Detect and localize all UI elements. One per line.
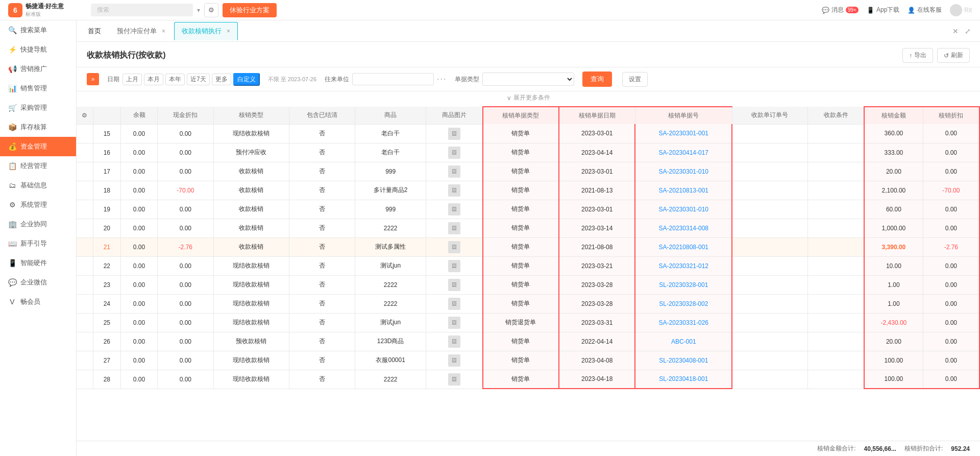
filter-bar: » 日期 上月 本月 本年 近7天 更多 白定义 不限 至 2023-07-26 [77,67,980,91]
filter-expand-btn[interactable]: » [87,73,99,85]
sidebar-item-wechat[interactable]: 💬 企业微信 [0,273,76,292]
date-btn-this-year[interactable]: 本年 [165,74,185,85]
date-btn-this-month[interactable]: 本月 [144,74,163,85]
td-product-image: 🖼 [426,313,483,332]
sidebar-item-member[interactable]: V 畅会员 [0,292,76,311]
export-btn[interactable]: ↑ 导出 [902,48,933,63]
sidebar-item-smarthw[interactable]: 📱 智能硬件 [0,253,76,273]
gear-settings-btn[interactable]: ⚙ [204,3,218,17]
tab-collection-writeoff[interactable]: 收款核销执行 × [174,22,238,40]
table-row: 250.000.00现结收款核销否测试jun🖼销货退货单2023-03-31SA… [77,313,979,332]
td-balance: 0.00 [121,275,158,294]
date-range-text: 不限 至 2023-07-26 [268,76,316,83]
close-window-btn[interactable]: ✕ [951,27,960,35]
bill-no-link[interactable]: SL-20230328-002 [659,300,708,307]
td-writeoff-amount: 333.00 [864,143,923,162]
bill-no-link[interactable]: SA-20230331-026 [659,319,708,326]
bill-no-link[interactable]: SA-20210808-001 [659,244,708,251]
td-payment-terms [808,275,865,294]
td-product: 2222 [355,275,426,294]
bill-no-link[interactable]: SA-20230321-012 [659,262,708,270]
logo-area: 6 畅捷通·好生意 标准版 [8,2,85,18]
bill-no-link[interactable]: SA-20230301-010 [659,206,708,213]
sidebar-item-sales[interactable]: 📊 销售管理 [0,79,76,98]
filter-settings-btn[interactable]: 设置 [622,72,648,87]
date-custom-btn[interactable]: 白定义 [233,73,260,86]
refresh-btn[interactable]: ↺ 刷新 [937,48,970,63]
td-writeoff-type: 现结收款核销 [213,275,289,294]
td-rownum: 22 [93,256,121,275]
td-settings [77,181,93,200]
online-service-btn[interactable]: 👤 在线客服 [908,6,942,14]
sidebar-item-operations[interactable]: 📋 经营管理 [0,156,76,176]
bill-type-select[interactable] [482,73,574,86]
td-bill-no: SA-20230301-010 [635,162,732,181]
date-btn-last-month[interactable]: 上月 [122,74,142,85]
sidebar-item-inventory[interactable]: 📦 库存核算 [0,117,76,137]
td-rownum: 26 [93,332,121,351]
bill-no-link[interactable]: SA-20230414-017 [659,149,708,156]
inventory-icon: 📦 [8,123,16,131]
bill-no-link[interactable]: SL-20230328-001 [659,281,708,289]
bill-no-link[interactable]: ABC-001 [671,338,696,345]
tab-prepay[interactable]: 预付冲应付单 × [109,22,173,40]
td-product: 老白干 [355,124,426,143]
bill-no-link[interactable]: SA-20210813-001 [659,187,708,194]
td-product-image: 🖼 [426,332,483,351]
td-cash-discount: 0.00 [157,313,213,332]
guide-icon: 📖 [8,239,16,248]
bill-no-link[interactable]: SA-20230314-008 [659,225,708,232]
sidebar-item-purchase[interactable]: 🛒 采购管理 [0,98,76,117]
sidebar-item-baseinfo[interactable]: 🗂 基础信息 [0,176,76,195]
tab-home[interactable]: 首页 [81,22,108,40]
tab-collection-writeoff-close[interactable]: × [227,28,230,35]
bill-no-link[interactable]: SA-20230301-010 [659,168,708,175]
th-settings[interactable]: ⚙ [77,107,93,124]
td-payment-terms [808,143,865,162]
industry-btn[interactable]: 休验行业方案 [223,3,277,17]
sidebar-item-system[interactable]: ⚙ 系统管理 [0,195,76,214]
bill-no-link[interactable]: SL-20230418-001 [659,375,708,382]
date-btn-7days[interactable]: 近7天 [187,74,210,85]
app-download-btn[interactable]: 📱 App下载 [867,6,899,14]
tab-prepay-close[interactable]: × [162,28,165,35]
td-cash-discount: -70.00 [157,181,213,200]
td-writeoff-amount: 100.00 [864,351,923,370]
from-unit-input[interactable] [352,73,434,85]
expand-more-btn[interactable]: ∨ 展开更多条件 [507,93,550,102]
td-included-settled: 否 [289,143,355,162]
sidebar-item-marketing[interactable]: 📢 营销推广 [0,59,76,79]
td-product-image: 🖼 [426,237,483,256]
bill-no-link[interactable]: SL-20230408-001 [659,357,708,364]
sidebar-item-guide[interactable]: 📖 新手引导 [0,234,76,253]
td-product-image: 🖼 [426,143,483,162]
sidebar-item-quicknav[interactable]: ⚡ 快捷导航 [0,40,76,59]
date-btn-more[interactable]: 更多 [212,74,231,85]
bill-no-link[interactable]: SA-20230301-001 [659,130,708,137]
baseinfo-icon: 🗂 [8,181,16,189]
sidebar-label-inventory: 库存核算 [20,123,47,132]
td-collection-order-no [732,351,807,370]
th-collection-order-no: 收款单订单号 [732,107,807,124]
sidebar-item-finance[interactable]: 💰 资金管理 [0,137,76,156]
query-btn[interactable]: 查询 [582,71,612,87]
notification-area[interactable]: 💬 消息 99+ [822,6,859,14]
td-included-settled: 否 [289,162,355,181]
sidebar-label-wechat: 企业微信 [20,278,47,287]
td-bill-no: SL-20230408-001 [635,351,732,370]
date-label: 日期 [107,75,119,84]
sidebar-item-enterprise[interactable]: 🏢 企业协同 [0,214,76,234]
tab-collection-writeoff-label: 收款核销执行 [182,27,222,36]
sidebar-label-smarthw: 智能硬件 [20,258,47,268]
maximize-window-btn[interactable]: ⤢ [964,27,972,35]
table-area: ⚙ 余额 现金折扣 核销类型 包含已结清 商品 商品图片 核销单据类型 核销单据… [77,106,980,441]
td-bill-type: 销货退货单 [483,313,559,332]
total-amount-value: 40,556,66... [864,445,896,452]
bill-type-group: 单据类型 [455,73,574,86]
sidebar-item-search[interactable]: 🔍 搜索菜单 [0,20,76,40]
td-rownum: 25 [93,313,121,332]
td-writeoff-discount: 0.00 [923,313,979,332]
refresh-icon: ↺ [944,52,949,59]
export-icon: ↑ [909,52,912,59]
td-included-settled: 否 [289,181,355,200]
